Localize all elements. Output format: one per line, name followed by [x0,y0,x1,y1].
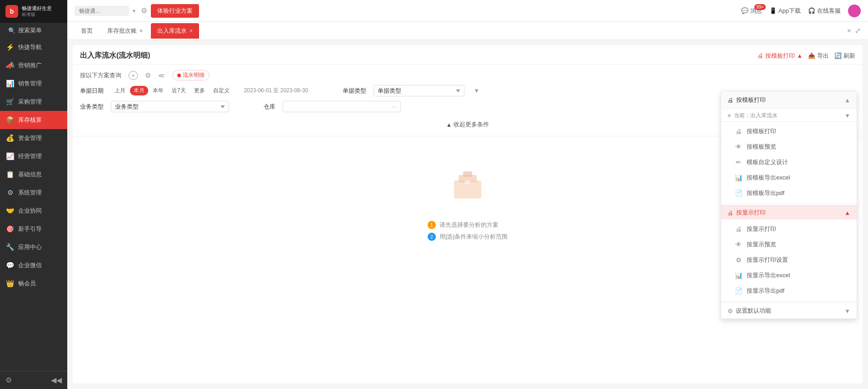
doc-type-select[interactable]: 单据类型 [374,85,464,96]
date-tag-7days[interactable]: 近7天 [168,86,190,95]
template-preview-label: 按模板预览 [747,143,776,151]
dropdown-item-display-pdf[interactable]: 📄 按显示导出pdf [721,283,857,299]
logo-icon: b [5,5,18,18]
dropdown-current-arrow[interactable]: ▼ [844,112,850,119]
dropdown-divider-2 [721,301,857,302]
user-avatar[interactable] [848,5,861,17]
sidebar-item-operations[interactable]: 📈 经营管理 [0,147,67,165]
sidebar-item-label: 企业微信 [18,261,42,269]
date-tag-more[interactable]: 更多 [190,86,209,95]
tab-batch-account[interactable]: 库存批次账 × [101,23,149,39]
headset-icon: 🎧 [808,7,815,14]
date-tag-this-month[interactable]: 本月 [130,86,148,95]
sidebar-item-label: 采购管理 [18,98,42,106]
filter-active-tag[interactable]: 流水明细 [172,70,210,80]
dropdown-item-display-print[interactable]: 🖨 按显示打印 [721,221,857,237]
filter-collapse-btn[interactable]: ≪ [158,72,165,79]
display-pdf-label: 按显示导出pdf [747,287,784,295]
tab-inout-flow[interactable]: 出入库流水 × [151,23,199,39]
sidebar-item-guide[interactable]: 🎯 新手引导 [0,220,67,238]
step-2-text: 用[选]条件来缩小分析范围 [439,231,508,243]
warehouse-input[interactable]: ··· [283,101,401,112]
breadcrumb-dropdown-icon[interactable]: ▾ [133,8,135,14]
doc-type-more-icon[interactable]: ▼ [474,87,479,94]
biz-type-label: 业务类型 [80,103,104,111]
refresh-action-btn[interactable]: 🔄 刷新 [834,52,855,60]
sidebar-item-basic[interactable]: 📋 基础信息 [0,165,67,184]
message-icon: 💬 [741,7,748,14]
export-action-btn[interactable]: 📤 导出 [808,52,829,60]
export-icon: 📤 [808,52,815,59]
breadcrumb-input[interactable] [75,6,129,16]
display-section-arrow[interactable]: ▲ [844,209,850,216]
collapse-more-btn[interactable]: ▲ 收起更多条件 [446,119,489,130]
sidebar-item-quick-nav[interactable]: ⚡ 快捷导航 [0,38,67,56]
warehouse-more-btn[interactable]: ··· [392,103,397,110]
tab-close-window-btn[interactable]: × [847,27,851,35]
doc-type-label: 单据类型 [343,87,366,95]
print-dropdown-arrow[interactable]: ▲ [797,52,803,59]
step-1-num: 1 [428,221,436,229]
sidebar-item-purchase[interactable]: 🛒 采购管理 [0,93,67,111]
collapse-sidebar-icon[interactable]: ◀◀ [51,376,62,384]
default-func-arrow[interactable]: ▼ [844,308,850,314]
display-pdf-icon: 📄 [735,287,742,294]
date-tag-last-month[interactable]: 上月 [111,86,129,95]
sidebar-item-marketing[interactable]: 📣 营销推广 [0,56,67,75]
empty-icon [449,167,486,212]
dropdown-display-header: 🖨 按显示打印 ▲ [721,205,857,219]
dropdown-divider-1 [721,204,857,204]
operations-icon: 📈 [5,152,15,161]
empty-steps: 1 请先选择要分析的方案 2 用[选]条件来缩小分析范围 [428,219,508,243]
tab-home[interactable]: 首页 [75,23,99,39]
online-support-action[interactable]: 🎧 在线客服 [808,7,841,15]
sidebar-item-label: 销售管理 [18,80,42,88]
sidebar-item-wechat[interactable]: 💬 企业微信 [0,256,67,274]
filter-by-label: 按以下方案查询 [80,71,121,80]
dropdown-item-template-excel[interactable]: 📊 按模板导出excel [721,170,857,185]
tab-inout-flow-close[interactable]: × [190,28,193,34]
sidebar-search[interactable]: 🔍 搜索菜单 [0,23,67,38]
display-settings-label: 按显示打印设置 [747,256,788,264]
appcenter-icon: 🔧 [5,243,15,252]
dropdown-panel-header: 🖨 按模板打印 ▲ [721,91,857,109]
filter-add-btn[interactable]: + [129,71,138,80]
sidebar-item-inventory[interactable]: 📦 库存核算 [0,111,67,129]
dropdown-item-template-print[interactable]: 🖨 按模板打印 [721,124,857,139]
sidebar-item-sales[interactable]: 📊 销售管理 [0,75,67,93]
template-pdf-label: 按模板导出pdf [747,189,784,197]
sidebar-item-system[interactable]: ⚙ 系统管理 [0,184,67,202]
dropdown-item-display-preview[interactable]: 👁 按显示预览 [721,237,857,252]
date-tag-group: 上月 本月 本年 近7天 更多 自定义 [111,86,233,95]
sidebar-item-collab[interactable]: 🤝 企业协同 [0,202,67,220]
settings-icon[interactable]: ⚙ [5,376,12,384]
biz-type-select[interactable]: 业务类型 [111,101,229,112]
dropdown-item-display-settings[interactable]: ⚙ 按显示打印设置 [721,252,857,268]
tab-expand-btn[interactable]: ⤢ [855,26,861,35]
dropdown-collapse-icon[interactable]: ▲ [844,97,850,104]
date-tag-this-year[interactable]: 本年 [149,86,167,95]
dropdown-item-template-pdf[interactable]: 📄 按模板导出pdf [721,185,857,201]
warehouse-label: 仓库 [264,103,275,111]
industry-btn[interactable]: 体验行业方案 [151,4,199,18]
header-gear-icon[interactable]: ⚙ [141,6,147,15]
dropdown-footer-title: ⚙ 设置默认功能 [728,307,771,315]
dropdown-item-display-excel[interactable]: 📊 按显示导出excel [721,268,857,283]
date-tag-custom[interactable]: 自定义 [210,86,233,95]
sidebar-item-appcenter[interactable]: 🔧 应用中心 [0,238,67,256]
filter-gear-btn[interactable]: ⚙ [145,71,151,80]
dropdown-item-template-design[interactable]: ✏ 模板自定义设计 [721,155,857,170]
basic-icon: 📋 [5,170,15,179]
tab-batch-account-close[interactable]: × [140,28,143,34]
chevron-up-icon: ▲ [446,121,452,128]
print-header-icon: 🖨 [728,97,733,104]
messages-action[interactable]: 💬 消息 99+ [741,7,762,15]
dropdown-item-template-preview[interactable]: 👁 按模板预览 [721,139,857,155]
tab-inout-flow-label: 出入库流水 [157,27,187,35]
print-action-btn[interactable]: 🖨 按模板打印 ▲ [758,52,803,60]
sidebar-item-member[interactable]: 👑 畅会员 [0,274,67,293]
tabs-bar: 首页 库存批次账 × 出入库流水 × × ⤢ [67,22,868,40]
sidebar-item-finance[interactable]: 💰 资金管理 [0,129,67,147]
app-download-action[interactable]: 📱 App下载 [769,7,801,15]
display-excel-icon: 📊 [735,272,742,279]
